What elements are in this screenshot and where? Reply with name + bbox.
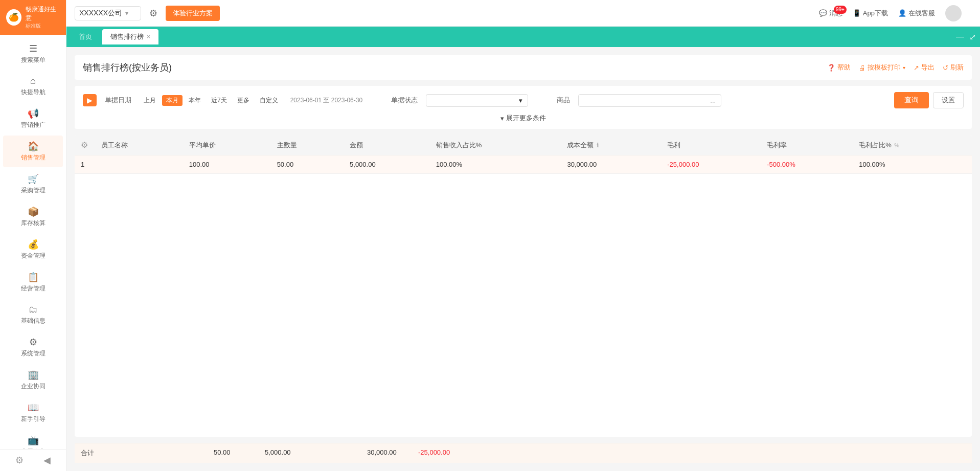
cost-info-icon[interactable]: ℹ (597, 142, 599, 149)
row-amount: 5,000.00 (344, 155, 430, 174)
sidebar-item-system[interactable]: ⚙ 系统管理 (3, 331, 63, 363)
finance-icon: 💰 (28, 239, 39, 250)
print-icon: 🖨 (859, 64, 865, 72)
sidebar-item-marketing[interactable]: 📢 营销推广 (3, 103, 63, 134)
collapse-sidebar-icon[interactable]: ◀ (43, 455, 51, 466)
export-button[interactable]: ↗ 导出 (914, 63, 935, 72)
tab-home[interactable]: 首页 (71, 29, 100, 44)
column-settings-icon[interactable]: ⚙ (81, 141, 88, 149)
col-header-gross-pct: 毛利占比% % (853, 135, 972, 155)
query-button[interactable]: 查询 (894, 92, 929, 108)
date-tab-this-month[interactable]: 本月 (162, 95, 183, 106)
tab-close-icon[interactable]: × (147, 33, 150, 40)
row-cost: 30,000.00 (561, 155, 661, 174)
print-button[interactable]: 🖨 按模板打印 ▾ (859, 63, 905, 72)
refresh-button[interactable]: ↺ 刷新 (943, 63, 964, 72)
status-filter-label: 单据状态 (391, 96, 418, 105)
table-footer: 合计 50.00 5,000.00 30,000.00 -25,000.00 (75, 443, 972, 463)
window-minimize-icon[interactable]: — (956, 32, 964, 41)
help-button[interactable]: ❓ 帮助 (827, 63, 851, 72)
row-gross-rate: -500.00% (761, 155, 853, 174)
col-header-amount: 金额 (344, 135, 430, 155)
inventory-icon: 📦 (28, 206, 39, 217)
sales-icon: 🏠 (28, 141, 39, 152)
marketing-icon: 📢 (28, 108, 39, 119)
tab-home-label: 首页 (79, 32, 92, 41)
message-action[interactable]: 💬 消息 99+ (819, 9, 842, 18)
date-tab-7-days[interactable]: 近7天 (207, 95, 231, 106)
purchase-icon: 🛒 (28, 173, 39, 185)
sidebar-item-operations[interactable]: 📋 经营管理 (3, 266, 63, 298)
col-header-gross-rate: 毛利率 (761, 135, 853, 155)
sidebar-item-inventory[interactable]: 📦 库存核算 (3, 201, 63, 233)
row-gross-pct: 100.00% (853, 155, 972, 174)
date-tab-this-year[interactable]: 本年 (185, 95, 205, 106)
date-range-display: 2023-06-01 至 2023-06-30 (290, 96, 362, 105)
sidebar-item-label: 资金管理 (21, 252, 45, 260)
company-selector[interactable]: XXXXXX公司 ▾ (75, 6, 141, 20)
filter-row-1: ▶ 单据日期 上月 本月 本年 近7天 更多 自定义 2023-06-01 至 … (83, 92, 964, 108)
sidebar-item-label: 快捷导航 (21, 88, 45, 97)
sidebar-item-sales[interactable]: 🏠 销售管理 (3, 136, 63, 167)
sidebar-item-appstore[interactable]: 📺 应用中心 (3, 430, 63, 449)
sidebar-item-finance[interactable]: 💰 资金管理 (3, 234, 63, 265)
refresh-label: 刷新 (950, 63, 964, 72)
table-wrapper: ⚙ 员工名称 平均单价 主数量 金额 (75, 135, 972, 437)
filter-bar: ▶ 单据日期 上月 本月 本年 近7天 更多 自定义 2023-06-01 至 … (75, 86, 972, 129)
sidebar-item-enterprise[interactable]: 🏢 企业协同 (3, 364, 63, 396)
sidebar-item-label: 采购管理 (21, 186, 45, 195)
sidebar-item-label: 搜索菜单 (21, 56, 45, 64)
settings-bottom-icon[interactable]: ⚙ (15, 455, 24, 466)
app-download-label: App下载 (863, 9, 888, 18)
date-tab-last-month[interactable]: 上月 (140, 95, 160, 106)
col-header-avg-price: 平均单价 (183, 135, 271, 155)
sidebar-item-search[interactable]: ☰ 搜索菜单 (3, 38, 63, 70)
goods-input[interactable]: ... (578, 94, 721, 107)
col-header-sales-pct: 销售收入占比% (430, 135, 561, 155)
tab-bar-right: — ⤢ (956, 32, 976, 42)
settings-button[interactable]: 设置 (933, 92, 964, 108)
tab-sales-ranking[interactable]: 销售排行榜 × (102, 29, 158, 44)
window-maximize-icon[interactable]: ⤢ (969, 32, 976, 42)
sidebar: 🍊 畅康通好生意 标准版 ☰ 搜索菜单 ⌂ 快捷导航 📢 营销推广 🏠 销售管理… (0, 0, 66, 471)
tab-bar: 首页 销售排行榜 × — ⤢ (66, 27, 980, 47)
online-service-label: 在线客服 (908, 9, 935, 18)
company-caret-icon: ▾ (125, 10, 128, 17)
app-download-action[interactable]: 📱 App下载 (853, 9, 888, 18)
message-icon: 💬 (819, 9, 827, 17)
search-menu-icon: ☰ (29, 43, 37, 54)
logo-subtitle: 标准版 (26, 23, 60, 30)
sidebar-item-basic[interactable]: 🗂 基础信息 (3, 299, 63, 330)
status-select[interactable]: ▾ (426, 94, 528, 107)
goods-filter-label: 商品 (557, 96, 570, 105)
row-rank: 1 (75, 155, 95, 174)
topbar-settings-icon[interactable]: ⚙ (147, 6, 159, 21)
expand-filters-button[interactable]: ▾ 展开更多条件 (500, 114, 546, 123)
sidebar-item-label: 库存核算 (21, 219, 45, 228)
user-avatar[interactable] (945, 5, 962, 21)
date-tab-more[interactable]: 更多 (233, 95, 254, 106)
sidebar-logo: 🍊 畅康通好生意 标准版 (0, 0, 66, 35)
service-icon: 👤 (898, 9, 906, 17)
date-tab-custom[interactable]: 自定义 (256, 95, 282, 106)
sidebar-item-label: 营销推广 (21, 121, 45, 129)
logo-title: 畅康通好生意 (26, 5, 60, 23)
trial-button[interactable]: 体验行业方案 (166, 6, 220, 21)
sidebar-item-purchase[interactable]: 🛒 采购管理 (3, 168, 63, 200)
col-header-gross: 毛利 (661, 135, 761, 155)
footer-total-label: 合计 (81, 449, 94, 457)
footer-gross: -25,000.00 (418, 448, 459, 458)
sidebar-item-label: 基础信息 (21, 317, 45, 325)
row-avg-price: 100.00 (183, 155, 271, 174)
online-service-action[interactable]: 👤 在线客服 (898, 9, 935, 18)
newbie-icon: 📖 (28, 402, 39, 413)
sidebar-item-label: 新手引导 (21, 415, 45, 423)
filter-expand-arrow[interactable]: ▶ (83, 94, 97, 106)
sidebar-item-shortcut[interactable]: ⌂ 快捷导航 (3, 71, 63, 102)
gross-pct-info-icon[interactable]: % (894, 142, 899, 148)
appstore-icon: 📺 (28, 435, 39, 446)
help-label: 帮助 (837, 63, 851, 72)
footer-amount: 5,000.00 (265, 448, 306, 458)
top-bar: XXXXXX公司 ▾ ⚙ 体验行业方案 💬 消息 99+ 📱 App下载 👤 在… (66, 0, 980, 27)
sidebar-item-newbie[interactable]: 📖 新手引导 (3, 397, 63, 429)
